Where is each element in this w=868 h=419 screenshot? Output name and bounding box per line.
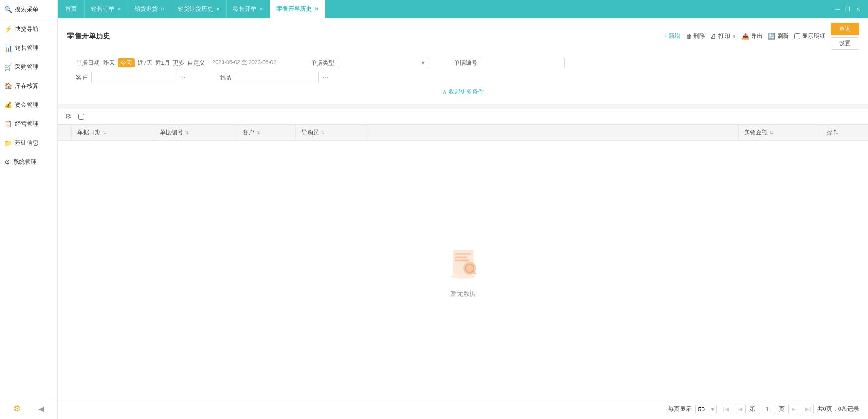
empty-state: 暂无数据 (58, 141, 868, 399)
last-page-button[interactable]: ▶| (803, 404, 814, 414)
bill-no-input[interactable] (481, 57, 565, 68)
display-detail-label: 显示明细 (802, 32, 825, 40)
print-button[interactable]: 🖨 打印 ▼ (711, 32, 736, 40)
settings-icon[interactable]: ⚙ (14, 404, 21, 414)
minimize-icon[interactable]: ─ (835, 6, 840, 13)
restore-icon[interactable]: ❐ (845, 6, 850, 13)
tab-retail-open-history-label: 零售开单历史 (276, 5, 312, 13)
new-button-label: + 新增 (664, 32, 680, 40)
sidebar-item-quick-nav[interactable]: ⚡ 快捷导航 (0, 19, 57, 38)
date-range-group: 2023-06-02 至 2023-06-02 (212, 59, 276, 66)
refresh-button-label: 刷新 (777, 32, 789, 40)
delete-button-label: 删除 (693, 32, 705, 40)
export-button[interactable]: 📤 导出 (742, 32, 763, 40)
th-no-label: 单据编号 (160, 128, 183, 137)
empty-icon (443, 242, 484, 282)
product-input[interactable] (235, 72, 319, 83)
page-size-select[interactable]: 50 10 20 100 (695, 405, 717, 414)
sidebar-search[interactable]: 🔍 搜索采单 (0, 0, 57, 19)
th-customer[interactable]: 客户 ⇅ (237, 125, 296, 141)
product-more-icon[interactable]: ··· (323, 74, 328, 82)
display-detail-checkbox[interactable] (794, 33, 800, 39)
display-detail-checkbox-group[interactable]: 显示明细 (794, 32, 825, 40)
th-no-sort-icon: ⇅ (185, 130, 189, 135)
table-settings-icon[interactable]: ⚙ (65, 113, 71, 121)
delete-button[interactable]: 🗑 删除 (686, 32, 705, 40)
tab-sales-order-close[interactable]: ✕ (117, 6, 121, 12)
customer-input[interactable] (91, 72, 175, 83)
close-window-icon[interactable]: ✕ (856, 6, 861, 13)
date-filter-label: 单据日期 (76, 59, 100, 67)
topbar-tabs: 首页 销售订单 ✕ 销货退货 ✕ 销货退货历史 ✕ 零售开单 ✕ 零售开单历史 … (58, 0, 325, 18)
tab-retail-open-history[interactable]: 零售开单历史 ✕ (270, 0, 325, 18)
shortcut-custom[interactable]: 自定义 (187, 59, 205, 67)
sidebar-item-label: 资金管理 (15, 101, 38, 109)
filter-area: 单据日期 昨天 今天 近7天 近1月 更多 自定义 2023-06-02 至 2… (67, 52, 859, 104)
bill-no-label: 单据编号 (454, 59, 477, 67)
refresh-button[interactable]: 🔄 刷新 (768, 32, 789, 40)
prev-page-button[interactable]: ◀ (735, 404, 746, 414)
table-header-row: 单据日期 ⇅ 单据编号 ⇅ 客户 (58, 125, 868, 141)
shortcut-7days[interactable]: 近7天 (138, 59, 152, 67)
tab-sales-return-history-close[interactable]: ✕ (216, 6, 220, 12)
page-label-before: 第 (749, 405, 755, 413)
page-title-row: 零售开单历史 + 新增 🗑 删除 🖨 打印 ▼ 📤 (67, 23, 859, 50)
total-info: 共0页，0条记录 (817, 405, 859, 413)
select-all-checkbox[interactable] (78, 114, 84, 120)
settings-button[interactable]: 设置 (831, 37, 859, 50)
sidebar-item-basic-info[interactable]: 📁 基础信息 (0, 133, 57, 152)
tab-sales-return-history[interactable]: 销货退货历史 ✕ (171, 0, 227, 18)
shortcut-1month[interactable]: 近1月 (155, 59, 170, 67)
sidebar-item-inventory[interactable]: 🏠 库存核算 (0, 76, 57, 95)
shortcut-today[interactable]: 今天 (118, 58, 135, 67)
product-filter-label: 商品 (219, 74, 231, 82)
th-operation-label: 操作 (827, 129, 839, 136)
th-date-sort-icon: ⇅ (103, 130, 106, 135)
current-page-input[interactable] (759, 405, 775, 414)
th-date[interactable]: 单据日期 ⇅ (71, 125, 154, 141)
tab-sales-return-close[interactable]: ✕ (161, 6, 165, 12)
first-page-button[interactable]: |◀ (721, 404, 731, 414)
th-no[interactable]: 单据编号 ⇅ (154, 125, 237, 141)
sidebar-item-operations[interactable]: 📋 经营管理 (0, 114, 57, 133)
sidebar-item-sales-mgmt[interactable]: 📊 销售管理 (0, 38, 57, 57)
collapse-icon: ∧ (442, 89, 447, 95)
th-salesperson[interactable]: 导购员 ⇅ (295, 125, 366, 141)
print-icon: 🖨 (711, 33, 716, 40)
tab-sales-return[interactable]: 销货退货 ✕ (128, 0, 171, 18)
svg-rect-4 (455, 259, 470, 261)
sidebar-search-label: 搜索采单 (15, 5, 38, 14)
tab-retail-open-history-close[interactable]: ✕ (314, 6, 318, 12)
sidebar-item-finance[interactable]: 💰 资金管理 (0, 95, 57, 114)
sidebar-item-system-mgmt[interactable]: ⚙ 系统管理 (0, 152, 57, 171)
bill-type-select-wrap: ▼ (338, 57, 428, 68)
page-size-wrap: 50 10 20 100 ▼ (695, 405, 717, 414)
shortcut-more[interactable]: 更多 (173, 59, 185, 67)
sidebar-item-purchase-mgmt[interactable]: 🛒 采购管理 (0, 57, 57, 76)
sidebar-item-label: 系统管理 (13, 158, 37, 166)
th-customer-label: 客户 (242, 128, 254, 137)
customer-more-icon[interactable]: ··· (179, 74, 185, 82)
bill-type-select[interactable] (338, 57, 428, 68)
tab-sales-return-history-label: 销货退货历史 (178, 5, 213, 13)
collapse-sidebar-icon[interactable]: ◀ (38, 405, 44, 413)
tab-home[interactable]: 首页 (58, 0, 85, 18)
th-actual-amount[interactable]: 实销金额 ⇅ (738, 125, 821, 141)
th-salesperson-sort-icon: ⇅ (321, 130, 324, 135)
system-mgmt-icon: ⚙ (5, 158, 10, 165)
tab-retail-open-close[interactable]: ✕ (259, 6, 263, 12)
shortcut-yesterday[interactable]: 昨天 (103, 59, 115, 67)
tab-retail-open[interactable]: 零售开单 ✕ (227, 0, 270, 18)
table-container: ⚙ 单据日期 ⇅ 单据编 (58, 109, 868, 399)
search-icon: 🔍 (5, 6, 12, 13)
tab-sales-order[interactable]: 销售订单 ✕ (85, 0, 128, 18)
sidebar-item-label: 采购管理 (15, 63, 38, 71)
query-button[interactable]: 查询 (831, 23, 859, 35)
operations-icon: 📋 (5, 120, 12, 127)
next-page-button[interactable]: ▶ (788, 404, 799, 414)
new-button[interactable]: + 新增 (664, 32, 680, 40)
th-spacer (366, 125, 738, 141)
refresh-icon: 🔄 (768, 33, 775, 40)
collapse-filter-btn[interactable]: ∧ 收起更多条件 (76, 87, 850, 99)
svg-rect-3 (455, 256, 467, 258)
